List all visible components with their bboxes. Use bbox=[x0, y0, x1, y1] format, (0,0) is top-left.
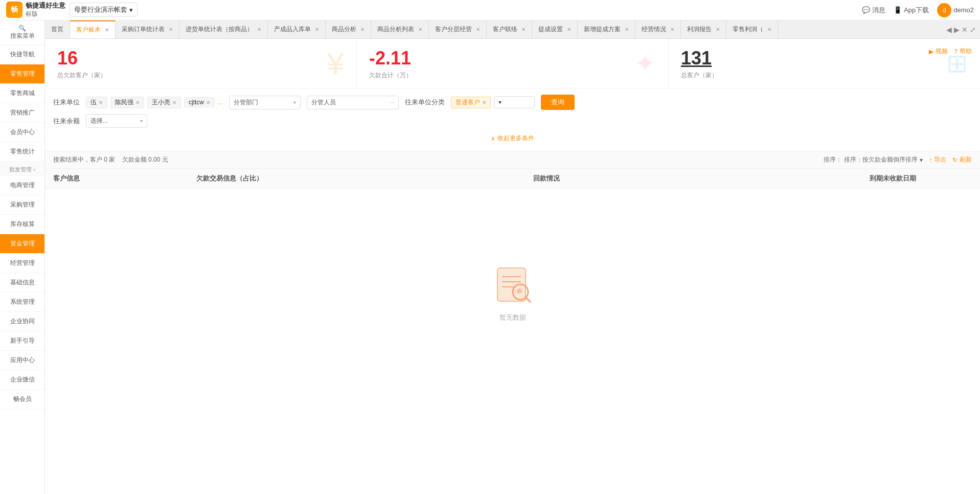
filter-tag-chen[interactable]: 陈民强 ✕ bbox=[110, 97, 144, 108]
sidebar-item-corp-wechat[interactable]: 企业微信 bbox=[0, 370, 44, 390]
sort-label: 排序： bbox=[824, 155, 842, 164]
filter-tag-cjttcw[interactable]: cjttcw ✕ bbox=[184, 97, 215, 107]
query-button[interactable]: 查询 bbox=[541, 95, 575, 110]
filter-unit-type-tags: 普通客户 ✕ ▾ bbox=[451, 96, 535, 108]
tab-close-icon[interactable]: ✕ bbox=[567, 27, 571, 32]
tab-close-icon[interactable]: ✕ bbox=[418, 27, 422, 32]
sidebar-item-member-center[interactable]: 会员中心 bbox=[0, 123, 44, 142]
filter-unit-tags: 伍 ✕ 陈民强 ✕ 王小亮 ✕ cjttcw ✕ bbox=[86, 97, 223, 108]
tab-close-icon[interactable]: ✕ bbox=[521, 27, 526, 32]
tag-close-cjttcw[interactable]: ✕ bbox=[206, 100, 210, 105]
top-bar-right: 💬 消息 📱 App下载 d demo2 bbox=[862, 3, 974, 17]
table-body: 暂无数据 bbox=[45, 189, 980, 393]
tag-close-normal-customer[interactable]: ✕ bbox=[482, 100, 486, 105]
sort-select[interactable]: 排序： 排序：按欠款金额倒序排序 ▾ bbox=[824, 155, 923, 164]
stat-icon-credit: ✦ bbox=[634, 49, 656, 78]
help-button[interactable]: ? 帮助 bbox=[954, 47, 972, 56]
tab-new-improve[interactable]: 新增提成方案 ✕ bbox=[578, 20, 635, 38]
top-bar-left: 畅 畅捷通好生意 标版 母婴行业演示帐套 ▾ bbox=[6, 2, 138, 18]
chevron-down-icon: ▾ bbox=[498, 99, 502, 106]
export-button[interactable]: ↑ 导出 bbox=[929, 155, 946, 164]
tab-close-icon[interactable]: ✕ bbox=[315, 27, 319, 32]
tag-close-wu[interactable]: ✕ bbox=[99, 100, 103, 105]
sidebar-item-enterprise[interactable]: 企业协同 bbox=[0, 312, 44, 331]
sidebar-item-inventory[interactable]: 库存核算 bbox=[0, 215, 44, 234]
tab-close-all-icon[interactable]: ✕ bbox=[962, 26, 968, 34]
sidebar-item-marketing[interactable]: 营销推广 bbox=[0, 103, 44, 123]
refresh-button[interactable]: ↻ 刷新 bbox=[952, 155, 972, 164]
tab-product-analysis[interactable]: 商品分析 ✕ bbox=[326, 20, 371, 38]
tab-expand-icon[interactable]: ⤢ bbox=[970, 26, 976, 34]
tab-close-icon[interactable]: ✕ bbox=[476, 27, 480, 32]
filter-dept-select[interactable]: 分管部门 ▾ bbox=[229, 96, 301, 109]
result-bar: 搜索结果中，客户 0 家 欠款金额 0.00 元 排序： 排序：按欠款金额倒序排… bbox=[45, 151, 980, 169]
tab-prev-icon[interactable]: ◀ bbox=[946, 26, 952, 34]
tab-close-icon[interactable]: ✕ bbox=[716, 27, 720, 32]
sidebar-item-basic-info[interactable]: 基础信息 bbox=[0, 273, 44, 293]
content-area: 首页 客户账本 ✕ 采购订单统计表 ✕ 进货单统计表（按商品） ✕ 产成品入库单… bbox=[45, 20, 980, 494]
sidebar-item-quick-nav[interactable]: 快捷导航 bbox=[0, 45, 44, 64]
sidebar-item-sys-mgmt[interactable]: 系统管理 bbox=[0, 293, 44, 312]
tab-profit-report[interactable]: 利润报告 ✕ bbox=[681, 20, 726, 38]
app-download-button[interactable]: 📱 App下载 bbox=[894, 6, 929, 15]
tab-product-analysis-list[interactable]: 商品分析列表 ✕ bbox=[371, 20, 429, 38]
sidebar-item-retail-mgmt[interactable]: 零售管理 bbox=[0, 64, 44, 84]
filter-tag-wang[interactable]: 王小亮 ✕ bbox=[147, 97, 181, 108]
tab-close-icon[interactable]: ✕ bbox=[767, 27, 771, 32]
result-bar-right: 排序： 排序：按欠款金额倒序排序 ▾ ↑ 导出 ↻ 刷新 bbox=[824, 155, 972, 164]
tab-close-icon[interactable]: ✕ bbox=[670, 27, 674, 32]
chevron-down-icon: ▾ bbox=[140, 118, 143, 124]
sidebar-item-finance[interactable]: 资金管理 bbox=[0, 234, 44, 254]
filter-person-input[interactable]: 分管人员 ··· bbox=[307, 96, 399, 109]
tag-close-chen[interactable]: ✕ bbox=[135, 100, 140, 105]
messages-button[interactable]: 💬 消息 bbox=[862, 6, 885, 15]
tag-close-wang[interactable]: ✕ bbox=[172, 100, 176, 105]
tab-cost-entry[interactable]: 产成品入库单 ✕ bbox=[268, 20, 326, 38]
sidebar-item-purchase[interactable]: 采购管理 bbox=[0, 195, 44, 215]
tab-bar: 首页 客户账本 ✕ 采购订单统计表 ✕ 进货单统计表（按商品） ✕ 产成品入库单… bbox=[45, 20, 980, 39]
tab-purchase-stats[interactable]: 进货单统计表（按商品） ✕ bbox=[179, 20, 268, 38]
sidebar-search[interactable]: 🔍 搜索菜单 bbox=[0, 20, 44, 45]
video-button[interactable]: ▶ 视频 bbox=[929, 47, 948, 56]
collapse-button[interactable]: ∧ 收起更多条件 bbox=[491, 132, 534, 145]
filter-tag-wu[interactable]: 伍 ✕ bbox=[86, 97, 107, 108]
sidebar-item-wholesale-mgmt[interactable]: 批发管理 › bbox=[0, 162, 44, 176]
tab-retail-profit[interactable]: 零售利润（ ✕ bbox=[726, 20, 778, 38]
tab-customer-layered[interactable]: 客户分层经营 ✕ bbox=[429, 20, 487, 38]
stat-label-customers: 总欠款客户（家） bbox=[57, 71, 106, 80]
tab-ops-situation[interactable]: 经营情况 ✕ bbox=[635, 20, 681, 38]
sidebar-item-app-center[interactable]: 应用中心 bbox=[0, 351, 44, 370]
tab-customer-account[interactable]: 客户账本 ✕ bbox=[70, 20, 116, 38]
tab-close-icon[interactable]: ✕ bbox=[625, 27, 629, 32]
stats-wrapper: ¥ 16 总欠款客户（家） ✦ -2.11 欠款合计（万） ⊞ 131 总客 bbox=[45, 39, 980, 88]
filter-person-dots: ··· bbox=[390, 100, 394, 105]
tab-close-icon[interactable]: ✕ bbox=[257, 27, 261, 32]
tab-home[interactable]: 首页 bbox=[45, 20, 70, 38]
tab-next-icon[interactable]: ▶ bbox=[954, 26, 960, 34]
filter-unit-type-select[interactable]: ▾ bbox=[494, 96, 535, 108]
sidebar-item-ops-mgmt[interactable]: 经营管理 bbox=[0, 254, 44, 273]
tab-actions: ◀ ▶ ✕ ⤢ bbox=[942, 20, 980, 38]
search-icon: 🔍 bbox=[18, 25, 26, 32]
filter-more-tags[interactable]: ... bbox=[218, 99, 223, 106]
tab-close-icon[interactable]: ✕ bbox=[360, 27, 364, 32]
filter-tag-normal-customer[interactable]: 普通客户 ✕ bbox=[451, 97, 491, 108]
sidebar-item-vip[interactable]: 畅会员 bbox=[0, 390, 44, 409]
message-icon: 💬 bbox=[862, 6, 870, 14]
tab-customer-contact[interactable]: 客户联络 ✕ bbox=[487, 20, 532, 38]
tab-purchase-order[interactable]: 采购订单统计表 ✕ bbox=[116, 20, 179, 38]
video-icon: ▶ bbox=[929, 48, 933, 55]
org-selector[interactable]: 母婴行业演示帐套 ▾ bbox=[70, 3, 138, 17]
tab-close-icon[interactable]: ✕ bbox=[169, 27, 173, 32]
sidebar-item-retail-store[interactable]: 零售商城 bbox=[0, 84, 44, 103]
tab-close-icon[interactable]: ✕ bbox=[105, 27, 109, 33]
filter-balance-select[interactable]: 选择... ▾ bbox=[86, 114, 147, 128]
tab-improve-settings[interactable]: 提成设置 ✕ bbox=[532, 20, 578, 38]
sidebar-item-retail-stats[interactable]: 零售统计 bbox=[0, 142, 44, 162]
filter-balance-label: 往来余额 bbox=[53, 117, 80, 126]
sidebar-item-ecommerce[interactable]: 电商管理 bbox=[0, 176, 44, 195]
logo-area: 畅 畅捷通好生意 标版 bbox=[6, 2, 65, 18]
stat-card-amount: ✦ -2.11 欠款合计（万） bbox=[357, 39, 669, 88]
user-menu[interactable]: d demo2 bbox=[937, 3, 974, 17]
sidebar-item-guide[interactable]: 新手引导 bbox=[0, 331, 44, 351]
